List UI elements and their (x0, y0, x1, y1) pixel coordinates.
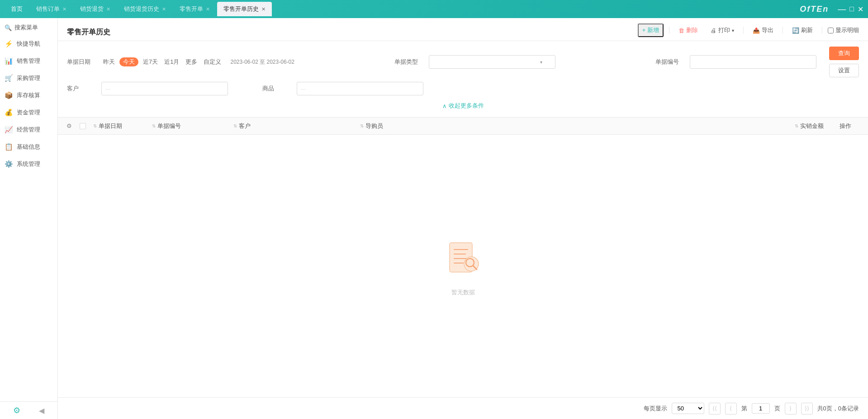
sidebar-item-inventory[interactable]: 📦库存核算 (0, 87, 57, 104)
show-detail-label: 显示明细 (835, 26, 859, 34)
sidebar-icon-quick-nav: ⚡ (5, 40, 13, 48)
tab-close-return[interactable]: ✕ (106, 6, 110, 12)
sidebar-label-quick-nav: 快捷导航 (17, 40, 40, 48)
collapse-button[interactable]: ∧ 收起更多条件 (441, 100, 486, 112)
brand-logo: OfTEn (800, 5, 829, 14)
main-layout: 🔍 搜索菜单 ⚡快捷导航📊销售管理🛒采购管理📦库存核算💰资金管理📈经营管理📋基础… (0, 18, 868, 419)
date-shortcut-自定义[interactable]: 自定义 (202, 57, 223, 67)
setting-button[interactable]: 设置 (829, 64, 859, 77)
sidebar-item-operations[interactable]: 📈经营管理 (0, 121, 57, 138)
doc-type-select[interactable]: ▾ (429, 55, 555, 69)
sidebar-item-finance[interactable]: 💰资金管理 (0, 104, 57, 121)
page-suffix: 页 (774, 405, 780, 413)
tab-close-return-history[interactable]: ✕ (162, 6, 166, 12)
page-input[interactable] (752, 403, 770, 414)
sort-icon-num[interactable]: ⇅ (152, 123, 156, 128)
print-button[interactable]: 🖨 打印 ▾ (707, 24, 738, 36)
tab-retail-order[interactable]: 零售开单✕ (173, 2, 216, 16)
collapse-sidebar-icon[interactable]: ◀ (39, 406, 44, 415)
close-icon[interactable]: ✕ (858, 5, 863, 14)
search-label: 搜索菜单 (14, 24, 38, 32)
page-size-select[interactable]: 2050100200 (672, 403, 704, 414)
sidebar-nav: ⚡快捷导航📊销售管理🛒采购管理📦库存核算💰资金管理📈经营管理📋基础信息⚙️系统管… (0, 35, 57, 173)
sidebar-item-basic-info[interactable]: 📋基础信息 (0, 138, 57, 155)
checkbox-all[interactable] (80, 123, 86, 129)
th-guide: ⇅ 导购员 (356, 122, 420, 130)
settings-icon[interactable]: ⚙ (13, 405, 20, 415)
refresh-button[interactable]: 🔄 刷新 (788, 24, 816, 36)
add-button[interactable]: + 新增 (638, 24, 664, 37)
tab-close-retail-history[interactable]: ✕ (261, 6, 266, 12)
sidebar-label-finance: 资金管理 (17, 108, 40, 117)
maximize-icon[interactable]: □ (849, 5, 854, 13)
sidebar-icon-sales-mgmt: 📊 (5, 57, 13, 65)
sidebar-item-quick-nav[interactable]: ⚡快捷导航 (0, 35, 57, 52)
tab-sales-order[interactable]: 销售订单✕ (30, 2, 73, 16)
sidebar-icon-system: ⚙️ (5, 160, 13, 168)
refresh-label: 刷新 (801, 26, 813, 34)
select-all-checkbox[interactable] (76, 123, 90, 129)
tab-return-history[interactable]: 销货退货历史✕ (118, 2, 172, 16)
top-bar: 首页销售订单✕销货退货✕销货退货历史✕零售开单✕零售开单历史✕OfTEn — □… (0, 0, 868, 18)
show-detail-input[interactable] (828, 28, 834, 33)
sidebar-item-purchase-mgmt[interactable]: 🛒采购管理 (0, 70, 57, 87)
doc-type-value (433, 58, 439, 66)
export-button[interactable]: 📤 导出 (749, 24, 777, 36)
th-amount-label: 实销金额 (800, 122, 824, 130)
sort-icon-customer[interactable]: ⇅ (233, 123, 237, 128)
sidebar-search[interactable]: 🔍 搜索菜单 (0, 18, 57, 35)
sort-icon-amount[interactable]: ⇅ (795, 123, 798, 128)
filter-row-1: 单据日期 昨天今天近7天近1月更多自定义 2023-06-02 至 2023-0… (67, 47, 859, 77)
sidebar-bottom: ⚙ ◀ (0, 401, 57, 419)
sidebar-item-system[interactable]: ⚙️系统管理 (0, 155, 57, 173)
date-range: 2023-06-02 至 2023-06-02 (230, 58, 294, 66)
column-settings-icon[interactable]: ⚙ (62, 122, 76, 129)
date-shortcut-今天[interactable]: 今天 (119, 57, 138, 66)
date-shortcut-近7天[interactable]: 近7天 (141, 57, 160, 67)
th-customer-label: 客户 (239, 122, 251, 130)
next-page-btn[interactable]: ⟩ (785, 403, 797, 414)
goods-select[interactable]: ··· (297, 82, 423, 95)
page-label: 第 (741, 405, 747, 413)
doc-type-arrow: ▾ (540, 60, 542, 65)
minimize-icon[interactable]: — (838, 5, 846, 13)
sidebar: 🔍 搜索菜单 ⚡快捷导航📊销售管理🛒采购管理📦库存核算💰资金管理📈经营管理📋基础… (0, 18, 58, 419)
goods-placeholder: ··· (301, 85, 306, 92)
export-label: 导出 (762, 26, 773, 34)
customer-select[interactable]: ··· (101, 82, 228, 95)
divider (669, 27, 669, 34)
tab-close-sales-order[interactable]: ✕ (62, 6, 66, 12)
sidebar-label-operations: 经营管理 (17, 126, 40, 134)
show-detail-checkbox[interactable]: 显示明细 (828, 26, 859, 34)
tab-retail-history[interactable]: 零售开单历史✕ (217, 2, 272, 16)
date-shortcut-更多[interactable]: 更多 (184, 57, 199, 67)
pagination: 每页显示 2050100200 ⟨⟨ ⟨ 第 页 ⟩ ⟩⟩ 共0页，0条记录 (58, 397, 868, 419)
divider3 (783, 27, 783, 34)
date-shortcut-昨天[interactable]: 昨天 (101, 57, 117, 67)
page-header: 零售开单历史 + 新增 🗑 删除 🖨 打印 ▾ 📤 导出 (58, 18, 868, 41)
customer-label: 客户 (67, 85, 94, 93)
th-num: ⇅ 单据编号 (148, 122, 230, 130)
last-page-btn[interactable]: ⟩⟩ (801, 403, 813, 414)
tab-return[interactable]: 销货退货✕ (74, 2, 117, 16)
sidebar-item-sales-mgmt[interactable]: 📊销售管理 (0, 52, 57, 70)
query-button[interactable]: 查询 (829, 47, 859, 60)
prev-page-btn[interactable]: ⟨ (725, 403, 737, 414)
tab-list: 首页销售订单✕销货退货✕销货退货历史✕零售开单✕零售开单历史✕OfTEn (5, 2, 838, 16)
doc-num-input[interactable] (690, 55, 816, 69)
th-date: ⇅ 单据日期 (90, 122, 148, 130)
divider2 (743, 27, 744, 34)
date-shortcut-近1月[interactable]: 近1月 (162, 57, 181, 67)
sidebar-icon-operations: 📈 (5, 126, 13, 134)
sort-icon-date[interactable]: ⇅ (93, 123, 97, 128)
first-page-btn[interactable]: ⟨⟨ (709, 403, 721, 414)
th-op: 操作 (827, 122, 863, 130)
th-op-label: 操作 (840, 122, 851, 130)
sort-icon-guide[interactable]: ⇅ (360, 123, 364, 128)
empty-text: 暂无数据 (451, 288, 475, 297)
content-area: 零售开单历史 + 新增 🗑 删除 🖨 打印 ▾ 📤 导出 (58, 18, 868, 419)
delete-button[interactable]: 🗑 删除 (675, 24, 702, 36)
delete-icon: 🗑 (678, 27, 684, 34)
tab-close-retail-order[interactable]: ✕ (206, 6, 210, 12)
tab-home[interactable]: 首页 (5, 2, 29, 16)
